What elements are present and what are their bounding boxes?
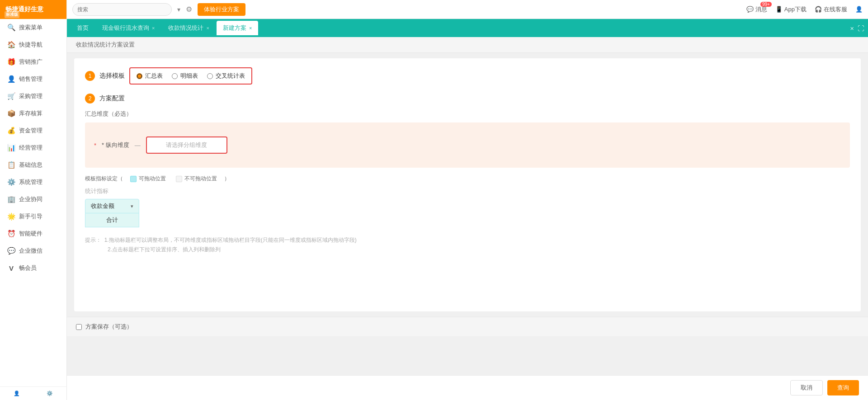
collection-stats-close-icon[interactable]: × (206, 25, 209, 31)
indicators-legend: 模板指标设定（ 可拖动位置 不可拖动位置 ） (85, 175, 850, 183)
draggable-legend-box (130, 176, 137, 182)
sidebar-item-label: 资金管理 (19, 127, 42, 135)
money-icon: 💰 (7, 127, 15, 135)
sidebar-item-label: 营销推广 (19, 58, 42, 66)
new-plan-close-icon[interactable]: × (249, 25, 252, 31)
main-area: ▾ ⚙ 体验行业方案 💬 消息 99+ 📱 App下载 🎧 在线客服 👤 (67, 0, 868, 400)
app-download-label: App下载 (784, 5, 807, 14)
sidebar-bottom: 👤 ⚙️ (0, 386, 66, 400)
sidebar-item-purchase[interactable]: 🛒 采购管理 (0, 88, 66, 105)
indicators-section: 模板指标设定（ 可拖动位置 不可拖动位置 ） 统计指标 收款金额 ▾ 合计 (85, 175, 850, 227)
sidebar-item-label: 系统管理 (19, 178, 42, 186)
cancel-button[interactable]: 取消 (790, 380, 823, 395)
radio-summary[interactable]: 汇总表 (137, 72, 163, 80)
sidebar-item-sales[interactable]: 👤 销售管理 (0, 71, 66, 88)
sidebar-item-label: 畅会员 (19, 264, 37, 272)
clipboard-icon: 📋 (7, 161, 15, 169)
page-title-bar: 收款情况统计方案设置 (67, 37, 868, 53)
radio-summary-input[interactable] (137, 73, 142, 79)
phone-icon: 📱 (775, 6, 783, 13)
dimension-row-label: * 纵向维度 (102, 141, 129, 149)
tab-home[interactable]: 首页 (71, 21, 95, 35)
sidebar-bottom-user[interactable]: 👤 (14, 391, 20, 396)
cash-bank-close-icon[interactable]: × (152, 25, 155, 31)
step1-section: 1 选择模板 汇总表 明细表 交叉统计表 (85, 67, 850, 85)
tab-new-plan[interactable]: 新建方案 × (217, 21, 258, 35)
building-icon: 🏢 (7, 195, 15, 203)
clock-icon: ⏰ (7, 230, 15, 238)
box-icon: 📦 (7, 109, 15, 118)
tip-prefix: 提示： 1.拖动标题栏可以调整布局，不可跨维度或指标区域拖动栏目字段(只能在同一… (85, 237, 357, 243)
indicators-label: 统计指标 (85, 187, 850, 195)
sidebar-bottom-settings[interactable]: ⚙️ (47, 391, 53, 396)
tip-item-1: 提示： 1.拖动标题栏可以调整布局，不可跨维度或指标区域拖动栏目字段(只能在同一… (85, 236, 850, 244)
fixed-legend-label: 不可拖动位置 (184, 175, 217, 183)
sidebar: 畅捷通好生意 标准版 🔍 搜索菜单 🏠 快捷导航 🎁 营销推广 👤 销售管理 🛒… (0, 0, 67, 400)
radio-cross-label[interactable]: 交叉统计表 (216, 72, 245, 80)
radio-detail-input[interactable] (172, 73, 178, 79)
topbar: ▾ ⚙ 体验行业方案 💬 消息 99+ 📱 App下载 🎧 在线客服 👤 (67, 0, 868, 19)
sidebar-item-quick-nav[interactable]: 🏠 快捷导航 (0, 36, 66, 53)
home-icon: 🏠 (7, 41, 15, 49)
footer-bar: 取消 查询 (67, 375, 868, 400)
step2-circle: 2 (85, 94, 95, 104)
sidebar-item-label: 快捷导航 (19, 41, 42, 49)
sidebar-item-search-menu[interactable]: 🔍 搜索菜单 (0, 19, 66, 36)
tabs-bar: 首页 现金银行流水查询 × 收款情况统计 × 新建方案 × × ⛶ (67, 19, 868, 37)
query-button[interactable]: 查询 (827, 380, 859, 395)
tab-cash-bank[interactable]: 现金银行流水查询 × (96, 21, 161, 35)
tip-item-2: 2.点击标题栏下拉可设置排序、插入列和删除列 (85, 246, 850, 254)
radio-detail[interactable]: 明细表 (172, 72, 198, 80)
sidebar-item-system[interactable]: ⚙️ 系统管理 (0, 174, 66, 191)
trial-button[interactable]: 体验行业方案 (198, 3, 245, 16)
sidebar-item-label: 智能硬件 (19, 230, 42, 238)
sidebar-item-marketing[interactable]: 🎁 营销推广 (0, 53, 66, 71)
save-label[interactable]: 方案保存（可选） (85, 323, 132, 331)
window-maximize-icon[interactable]: ⛶ (858, 24, 864, 32)
sidebar-logo: 畅捷通好生意 标准版 (0, 0, 66, 19)
sidebar-item-label: 基础信息 (19, 161, 42, 169)
chevron-down-icon[interactable]: ▾ (131, 203, 133, 209)
sidebar-item-label: 采购管理 (19, 92, 42, 100)
online-support-label: 在线客服 (824, 5, 847, 14)
dimension-section-title: 汇总维度（必选） (85, 110, 850, 118)
radio-cross-input[interactable] (207, 73, 213, 79)
sidebar-item-inventory[interactable]: 📦 库存核算 (0, 105, 66, 122)
sidebar-item-basic-info[interactable]: 📋 基础信息 (0, 156, 66, 174)
radio-detail-label[interactable]: 明细表 (180, 72, 198, 80)
sidebar-item-label: 销售管理 (19, 75, 42, 83)
save-checkbox[interactable] (76, 324, 82, 330)
dimension-config-section: 汇总维度（必选） * * 纵向维度 — 请选择分组维度 (85, 110, 850, 168)
new-plan-tab-label: 新建方案 (223, 24, 246, 32)
user-name-item[interactable]: 👤 (855, 6, 863, 13)
legend-fixed: 不可拖动位置 (176, 175, 217, 183)
messages-badge-item[interactable]: 💬 消息 99+ (746, 5, 767, 14)
dropdown-arrow-icon[interactable]: ▾ (177, 6, 180, 13)
sidebar-item-newbie[interactable]: 🌟 新手引导 (0, 208, 66, 225)
messages-count-badge: 99+ (760, 2, 772, 7)
sidebar-item-label: 企业协同 (19, 195, 42, 203)
radio-summary-label[interactable]: 汇总表 (145, 72, 163, 80)
step2-label: 方案配置 (99, 94, 125, 103)
indicators-setting-label: 模板指标设定（ (85, 175, 123, 183)
cash-bank-tab-label: 现金银行流水查询 (102, 24, 149, 32)
sidebar-item-wechat[interactable]: 💬 企业微信 (0, 242, 66, 259)
window-close-icon[interactable]: × (850, 24, 854, 32)
app-download-item[interactable]: 📱 App下载 (775, 5, 807, 14)
sidebar-item-operations[interactable]: 📊 经营管理 (0, 139, 66, 156)
online-support-item[interactable]: 🎧 在线客服 (815, 5, 847, 14)
indicator-header[interactable]: 收款金额 ▾ (85, 199, 139, 213)
collection-stats-tab-label: 收款情况统计 (168, 24, 203, 32)
radio-cross[interactable]: 交叉统计表 (207, 72, 245, 80)
sidebar-item-smart-hw[interactable]: ⏰ 智能硬件 (0, 225, 66, 242)
dimension-select-button[interactable]: 请选择分组维度 (146, 136, 227, 154)
settings-gear-icon[interactable]: ⚙ (186, 5, 192, 14)
sidebar-item-enterprise[interactable]: 🏢 企业协同 (0, 191, 66, 208)
edition-tag: 标准版 (5, 11, 19, 18)
search-input[interactable] (72, 3, 172, 16)
indicators-table: 收款金额 ▾ 合计 (85, 199, 139, 227)
sidebar-item-finance[interactable]: 💰 资金管理 (0, 122, 66, 139)
gift-icon: 🎁 (7, 58, 15, 66)
sidebar-item-membership[interactable]: V 畅会员 (0, 259, 66, 277)
tab-collection-stats[interactable]: 收款情况统计 × (162, 21, 215, 35)
